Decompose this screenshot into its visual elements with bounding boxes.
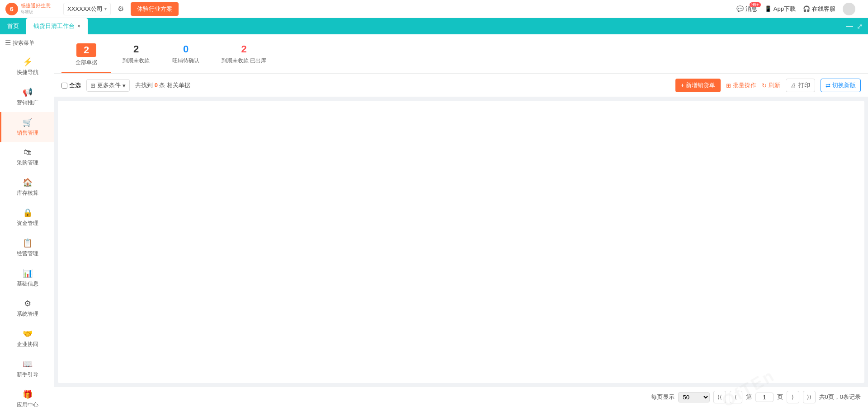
- chevron-down-icon: ▾: [104, 6, 107, 11]
- logo-text-area: 畅捷通好生意 标准版: [21, 3, 51, 14]
- headset-icon: 🎧: [803, 5, 810, 12]
- stat-tab-wangwang-label: 旺辅待确认: [172, 57, 199, 65]
- tab-home-label: 首页: [7, 22, 19, 30]
- switch-label: 切换新版: [832, 81, 856, 89]
- stat-tab-wangwang-number: 0: [183, 43, 189, 55]
- trial-button[interactable]: 体验行业方案: [131, 2, 179, 16]
- last-page-button[interactable]: ⟩⟩: [803, 391, 816, 403]
- stat-tab-overdue-number: 2: [133, 43, 139, 55]
- table-area: [58, 101, 864, 383]
- system-icon: ⚙: [24, 299, 31, 309]
- tab-home[interactable]: 首页: [0, 18, 26, 34]
- print-button[interactable]: 🖨 打印: [786, 79, 815, 92]
- select-all-input[interactable]: [61, 83, 67, 89]
- first-page-button[interactable]: ⟨⟨: [713, 391, 726, 403]
- logo-badge: 标准版: [21, 9, 51, 15]
- sidebar-item-quick-nav[interactable]: ⚡ 快捷导航: [0, 51, 54, 82]
- sidebar-item-business[interactable]: 📋 经营管理: [0, 233, 54, 263]
- logo-area: 6 畅捷通好生意 标准版: [5, 3, 60, 15]
- refresh-button[interactable]: ↻ 刷新: [762, 81, 780, 89]
- sidebar-item-inventory[interactable]: 🏠 库存核算: [0, 172, 54, 202]
- nav-tabs: 首页 钱货日清工作台 × — ⤢: [0, 18, 868, 34]
- switch-new-version-button[interactable]: ⇄ 切换新版: [821, 79, 861, 92]
- sidebar-item-guide[interactable]: 📖 新手引导: [0, 354, 54, 384]
- next-page-button[interactable]: ⟩: [787, 391, 799, 403]
- stat-tab-overdue-shipped[interactable]: 2 到期未收款 已出库: [211, 40, 277, 73]
- company-selector[interactable]: XXXXXX公司 ▾: [63, 3, 111, 15]
- minimize-button[interactable]: —: [846, 22, 853, 30]
- stat-tab-all[interactable]: 2 全部单据: [61, 40, 111, 73]
- found-text: 共找到 0 条 相关单据: [135, 81, 190, 89]
- select-all-checkbox[interactable]: 全选: [61, 81, 81, 89]
- marketing-icon: 📢: [23, 87, 33, 97]
- app-download-button[interactable]: 📱 App下载: [764, 5, 796, 13]
- sidebar-item-purchase-label: 采购管理: [17, 159, 38, 167]
- filter-label: 更多条件: [97, 81, 121, 89]
- sidebar-item-finance[interactable]: 🔒 资金管理: [0, 202, 54, 233]
- logo-text: 畅捷通好生意: [21, 3, 51, 9]
- stat-tab-overdue[interactable]: 2 到期未收款: [111, 40, 161, 73]
- online-service-label: 在线客服: [812, 5, 835, 13]
- settings-button[interactable]: ⚙: [114, 3, 127, 15]
- basic-icon: 📊: [23, 268, 33, 278]
- sales-icon: 🛒: [23, 117, 33, 127]
- toolbar-left: 全选 ⊞ 更多条件 ▾ 共找到 0 条 相关单据: [61, 79, 190, 92]
- page-size-select[interactable]: 50 10 20 100: [678, 392, 710, 402]
- table-body: [58, 101, 864, 383]
- toolbar: 全选 ⊞ 更多条件 ▾ 共找到 0 条 相关单据 + 新增销货单 ⊞ 批量操作: [54, 74, 868, 97]
- tab-current[interactable]: 钱货日清工作台 ×: [26, 18, 88, 34]
- total-info: 共0页，0条记录: [819, 393, 861, 401]
- found-count: 0: [155, 82, 158, 89]
- prev-page-button[interactable]: ⟨: [730, 391, 742, 403]
- print-icon: 🖨: [791, 82, 797, 89]
- filter-button[interactable]: ⊞ 更多条件 ▾: [86, 79, 130, 92]
- new-sales-order-button[interactable]: + 新增销货单: [675, 79, 721, 92]
- stat-tab-overdue-shipped-label: 到期未收款 已出库: [222, 57, 266, 65]
- appstore-icon: 🎁: [23, 389, 33, 399]
- sidebar-item-enterprise-label: 企业协同: [17, 341, 38, 348]
- toolbar-right: + 新增销货单 ⊞ 批量操作 ↻ 刷新 🖨 打印 ⇄ 切换新版: [675, 79, 861, 92]
- per-page-label: 每页显示: [651, 393, 675, 401]
- close-tab-icon[interactable]: ×: [77, 23, 80, 29]
- select-all-label: 全选: [69, 81, 81, 89]
- sidebar-search[interactable]: ☰ 搜索菜单: [0, 34, 54, 51]
- sidebar-item-basic[interactable]: 📊 基础信息: [0, 263, 54, 293]
- app-download-label: App下载: [774, 5, 796, 13]
- purchase-icon: 🛍: [24, 148, 32, 157]
- content-area: 2 全部单据 2 到期未收款 0 旺辅待确认 2 到期未收款 已出库 全选: [54, 34, 868, 407]
- top-bar-left: 6 畅捷通好生意 标准版 XXXXXX公司 ▾ ⚙ 体验行业方案: [5, 2, 179, 16]
- sidebar-item-finance-label: 资金管理: [17, 220, 38, 227]
- page-number-input[interactable]: [755, 393, 774, 402]
- sidebar-item-guide-label: 新手引导: [17, 371, 38, 379]
- sidebar-item-appstore[interactable]: 🎁 应用中心: [0, 384, 54, 407]
- sidebar-item-purchase[interactable]: 🛍 采购管理: [0, 142, 54, 172]
- nav-tab-actions: — ⤢: [846, 22, 868, 31]
- stats-tabs: 2 全部单据 2 到期未收款 0 旺辅待确认 2 到期未收款 已出库: [54, 34, 868, 74]
- stat-tab-wangwang[interactable]: 0 旺辅待确认: [161, 40, 211, 73]
- top-bar: 6 畅捷通好生意 标准版 XXXXXX公司 ▾ ⚙ 体验行业方案 💬 消息 99…: [0, 0, 868, 18]
- batch-icon: ⊞: [726, 82, 731, 89]
- sidebar-item-inventory-label: 库存核算: [17, 189, 38, 197]
- found-suffix: 条 相关单据: [159, 82, 190, 89]
- business-icon: 📋: [23, 238, 33, 248]
- notification-area[interactable]: 💬 消息 99+: [736, 5, 757, 13]
- user-avatar[interactable]: [843, 3, 855, 15]
- refresh-icon: ↻: [762, 82, 767, 89]
- sidebar-item-marketing[interactable]: 📢 营销推广: [0, 82, 54, 112]
- sidebar-item-enterprise[interactable]: 🤝 企业协同: [0, 323, 54, 354]
- notification-badge: 99+: [750, 2, 761, 7]
- inventory-icon: 🏠: [23, 178, 33, 187]
- print-label: 打印: [798, 81, 810, 89]
- company-name: XXXXXX公司: [67, 5, 103, 13]
- sidebar-item-business-label: 经营管理: [17, 250, 38, 257]
- sidebar-item-basic-label: 基础信息: [17, 280, 38, 288]
- sidebar-item-system[interactable]: ⚙ 系统管理: [0, 293, 54, 323]
- sidebar: ☰ 搜索菜单 ⚡ 快捷导航 📢 营销推广 🛒 销售管理 🛍 采购管理 🏠 库存核…: [0, 34, 54, 407]
- stat-tab-overdue-label: 到期未收款: [123, 57, 150, 65]
- tab-current-label: 钱货日清工作台: [33, 22, 75, 30]
- page-suffix-label: 页: [777, 393, 783, 401]
- batch-operation-button[interactable]: ⊞ 批量操作: [726, 81, 756, 89]
- online-service-button[interactable]: 🎧 在线客服: [803, 5, 835, 13]
- maximize-button[interactable]: ⤢: [857, 22, 863, 31]
- sidebar-item-sales[interactable]: 🛒 销售管理: [0, 112, 54, 142]
